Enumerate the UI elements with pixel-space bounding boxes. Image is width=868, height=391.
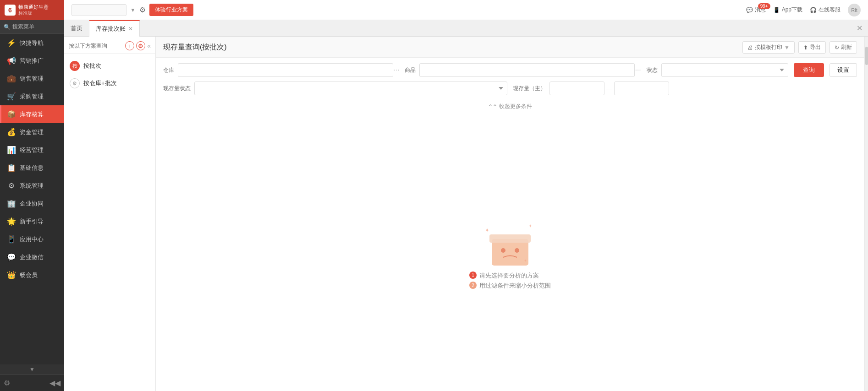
footer-settings-icon[interactable]: ⚙ <box>4 379 10 387</box>
plan-label-batch: 按批次 <box>83 62 101 70</box>
sidebar-item-label: 基础信息 <box>20 164 44 172</box>
main-area: ▼ ⚙ 体验行业方案 💬 消息 99+ 📱 App下载 🎧 在线客服 Rit <box>64 0 868 391</box>
sidebar-item-wechat[interactable]: 💬 企业微信 <box>0 248 64 266</box>
headset-icon: 🎧 <box>810 7 817 13</box>
sales-icon: 💼 <box>7 74 16 83</box>
print-dropdown-arrow: ▼ <box>784 44 790 51</box>
company-name: 畅康通好生意 <box>18 4 49 10</box>
top-search-input[interactable] <box>71 4 126 16</box>
app-center-icon: 📱 <box>7 235 16 244</box>
top-dropdown-arrow[interactable]: ▼ <box>130 7 136 13</box>
sidebar-item-finance[interactable]: 💰 资金管理 <box>0 123 64 141</box>
sidebar-item-label: 营销推广 <box>20 57 44 65</box>
product-dots-btn[interactable]: ··· <box>635 66 641 74</box>
plan-label-warehouse-batch: 按仓库+批次 <box>83 79 117 87</box>
message-icon: 💬 <box>746 7 753 13</box>
svg-text:✦: ✦ <box>485 227 489 234</box>
add-plan-btn[interactable]: + <box>125 41 134 50</box>
online-service-label: 在线客服 <box>819 6 841 14</box>
svg-rect-0 <box>492 239 528 266</box>
plan-settings-btn[interactable]: ⚙ <box>136 41 145 50</box>
sidebar-item-purchase[interactable]: 🛒 采购管理 <box>0 87 64 105</box>
top-header-right: 💬 消息 99+ 📱 App下载 🎧 在线客服 Rit <box>746 4 861 16</box>
collapse-conditions-label: 收起更多条件 <box>499 103 532 110</box>
top-header: ▼ ⚙ 体验行业方案 💬 消息 99+ 📱 App下载 🎧 在线客服 Rit <box>64 0 868 20</box>
online-service-item[interactable]: 🎧 在线客服 <box>810 6 841 14</box>
marketing-icon: 📢 <box>7 56 16 65</box>
right-content: 现存量查询(按批次) 🖨 按模板打印 ▼ ⬆ 导出 ↻ 刷新 <box>156 37 864 391</box>
plan-icon-batch: 按 <box>70 61 80 71</box>
left-panel-collapse-btn[interactable]: « <box>147 42 151 49</box>
tab-inventory-batch-label: 库存批次账 <box>96 25 126 33</box>
sidebar-header: 6 畅康通好生意 标准版 <box>0 0 64 20</box>
sidebar-item-label: 企业微信 <box>20 253 44 261</box>
sidebar-item-guide[interactable]: 🌟 新手引导 <box>0 212 64 230</box>
top-header-left: ▼ ⚙ 体验行业方案 <box>71 4 193 16</box>
inventory-qty-min-input[interactable] <box>549 81 604 95</box>
status-label: 状态 <box>647 66 658 74</box>
tab-home-label: 首页 <box>71 24 82 33</box>
refresh-btn[interactable]: ↻ 刷新 <box>830 41 857 54</box>
content-area: 按以下方案查询 + ⚙ « 按 按批次 ⚙ 按仓库+批次 <box>64 37 868 391</box>
sidebar-item-members[interactable]: 👑 畅会员 <box>0 266 64 284</box>
status-select[interactable] <box>661 63 788 77</box>
messages-badge: 99+ <box>758 3 770 9</box>
sidebar-footer: ⚙ ◀◀ <box>0 375 64 391</box>
svg-point-2 <box>501 248 505 253</box>
filter-row-2: 现存量状态 现存量（主） — <box>163 81 857 95</box>
export-btn[interactable]: ⬆ 导出 <box>798 41 826 54</box>
sidebar-item-label: 经营管理 <box>20 146 44 154</box>
collapse-conditions-btn[interactable]: ⌃⌃ 收起更多条件 <box>163 100 857 111</box>
inventory-status-select[interactable] <box>194 81 507 95</box>
footer-collapse-icon[interactable]: ◀◀ <box>49 379 60 387</box>
sidebar-search[interactable]: 🔍 搜索菜单 <box>0 20 64 34</box>
filter-settings-btn[interactable]: 设置 <box>830 63 857 77</box>
inventory-qty-label: 现存量（主） <box>513 85 546 92</box>
refresh-icon: ↻ <box>835 44 839 51</box>
warehouse-field: 仓库 ··· <box>163 63 399 77</box>
experience-btn[interactable]: 体验行业方案 <box>149 4 193 16</box>
company-info: 畅康通好生意 标准版 <box>18 4 49 16</box>
sidebar-item-operations[interactable]: 📊 经营管理 <box>0 141 64 159</box>
quick-nav-icon: ⚡ <box>7 38 16 47</box>
warehouse-input[interactable] <box>178 63 393 77</box>
system-icon: ⚙ <box>7 181 16 190</box>
plan-item-warehouse-batch[interactable]: ⚙ 按仓库+批次 <box>64 75 155 92</box>
top-gear-icon[interactable]: ⚙ <box>139 5 146 14</box>
user-item[interactable]: Rit <box>848 4 861 16</box>
tab-inventory-batch[interactable]: 库存批次账 ✕ <box>89 20 140 37</box>
inventory-qty-max-input[interactable] <box>614 81 669 95</box>
sidebar-scroll-down[interactable]: ▼ <box>0 364 64 375</box>
phone-icon: 📱 <box>773 7 780 13</box>
sidebar-item-sales[interactable]: 💼 销售管理 <box>0 70 64 87</box>
sidebar-item-marketing[interactable]: 📢 营销推广 <box>0 52 64 70</box>
finance-icon: 💰 <box>7 128 16 136</box>
sidebar-item-label: 库存核算 <box>20 110 44 119</box>
empty-tip-1: 1 请先选择要分析的方案 <box>469 272 551 280</box>
search-label: 搜索菜单 <box>12 23 34 31</box>
right-scrollbar[interactable] <box>864 37 868 391</box>
svg-text:✦: ✦ <box>528 223 532 228</box>
sidebar-item-label: 企业协同 <box>20 200 44 208</box>
sidebar-item-system[interactable]: ⚙ 系统管理 <box>0 177 64 195</box>
product-field: 商品 ··· <box>405 63 641 77</box>
product-input[interactable] <box>419 63 635 77</box>
query-btn[interactable]: 查询 <box>794 63 824 77</box>
filter-area: 仓库 ··· 商品 ··· 状态 查询 <box>156 58 864 117</box>
print-btn[interactable]: 🖨 按模板打印 ▼ <box>742 41 795 54</box>
sidebar-item-basic-info[interactable]: 📋 基础信息 <box>0 159 64 177</box>
messages-item[interactable]: 💬 消息 99+ <box>746 6 766 14</box>
inventory-qty-field: 现存量（主） — <box>513 81 857 95</box>
app-download-label: App下载 <box>782 6 802 14</box>
sidebar-item-enterprise[interactable]: 🏢 企业协同 <box>0 195 64 212</box>
app-logo: 6 <box>5 5 16 16</box>
tab-home[interactable]: 首页 <box>64 20 89 37</box>
sidebar-item-quick-nav[interactable]: ⚡ 快捷导航 <box>0 34 64 52</box>
tab-close-icon[interactable]: ✕ <box>128 26 133 32</box>
plan-item-batch[interactable]: 按 按批次 <box>64 57 155 75</box>
app-download-item[interactable]: 📱 App下载 <box>773 6 802 14</box>
sidebar-item-app-center[interactable]: 📱 应用中心 <box>0 230 64 248</box>
tab-close-all-icon[interactable]: ✕ <box>851 24 868 33</box>
sidebar-item-inventory[interactable]: 📦 库存核算 <box>0 105 64 123</box>
warehouse-dots-btn[interactable]: ··· <box>393 66 399 74</box>
